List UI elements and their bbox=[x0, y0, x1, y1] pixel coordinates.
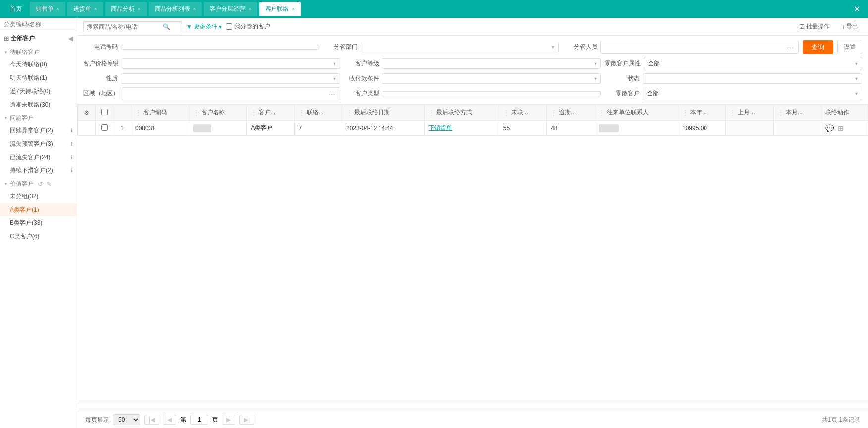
sidebar-collapse-arrow[interactable]: ◀ bbox=[68, 35, 73, 42]
row-last-contact-method[interactable]: 下销货单 bbox=[424, 121, 499, 136]
customer-grade-label: 客户等级 bbox=[344, 59, 379, 68]
col-header-last-contact-method[interactable]: ⋮最后联络方式 bbox=[424, 105, 499, 121]
row-actions-cell: 💬 ⊞ bbox=[821, 121, 868, 136]
retail-customer-select[interactable]: 全部▾ bbox=[643, 87, 862, 100]
sidebar-item-declining[interactable]: 持续下滑客户(2) ℹ bbox=[0, 164, 77, 177]
sales-tab-label: 销售单 bbox=[36, 5, 54, 13]
sidebar-item-tomorrow[interactable]: 明天待联络(1) bbox=[0, 71, 77, 85]
grid-action-icon[interactable]: ⊞ bbox=[838, 124, 844, 132]
col-header-name[interactable]: ⋮客户名称 bbox=[189, 105, 247, 121]
retail-attr-label: 零散客户属性 bbox=[605, 59, 641, 68]
nav-tab-analysis-list[interactable]: 商品分析列表 × bbox=[149, 2, 202, 16]
expand-triangle: ▼ bbox=[4, 50, 8, 54]
page-size-select[interactable]: 50 100 200 bbox=[113, 414, 140, 425]
customer-tier-tab-close[interactable]: × bbox=[248, 6, 251, 12]
settings-button[interactable]: 设置 bbox=[837, 40, 862, 54]
more-filters-button[interactable]: ▼ 更多条件 ▾ bbox=[186, 22, 222, 31]
page-number-input[interactable] bbox=[190, 415, 208, 425]
col-header-settings[interactable]: ⚙ bbox=[78, 105, 96, 121]
customer-type-input[interactable] bbox=[382, 91, 601, 96]
col-header-code[interactable]: ⋮客户编码 bbox=[131, 105, 189, 121]
sidebar-group-pending: ▼ 待联络客户 bbox=[0, 46, 77, 58]
col-header-overdue[interactable]: ⋮逾期... bbox=[547, 105, 595, 121]
col-header-this-year[interactable]: ⋮本年... bbox=[678, 105, 726, 121]
manager-input[interactable]: ··· bbox=[600, 41, 799, 54]
prev-page-button[interactable]: ◀ bbox=[163, 415, 176, 425]
purchase-tab-label: 进货单 bbox=[73, 5, 91, 13]
col-header-last-contact-date[interactable]: ⋮最后联络日期 bbox=[342, 105, 425, 121]
purchase-tab-close[interactable]: × bbox=[94, 6, 97, 12]
filter-search-input[interactable] bbox=[87, 23, 161, 30]
status-select[interactable]: ▾ bbox=[643, 73, 862, 84]
sidebar-item-class-a[interactable]: A类客户(1) bbox=[0, 203, 77, 216]
h-scrollbar[interactable] bbox=[77, 403, 868, 411]
customer-contact-tab-close[interactable]: × bbox=[292, 6, 295, 12]
nav-home-tab[interactable]: 首页 bbox=[4, 2, 28, 16]
last-page-button[interactable]: ▶| bbox=[239, 415, 254, 425]
first-page-button[interactable]: |◀ bbox=[144, 415, 159, 425]
page-word: 第 bbox=[180, 416, 186, 424]
refresh-icon[interactable]: ↺ bbox=[38, 181, 43, 188]
region-label: 区域（地区） bbox=[83, 89, 119, 98]
sidebar-item-churn-warning[interactable]: 流失预警客户(3) ℹ bbox=[0, 137, 77, 151]
pending-group-label: 待联络客户 bbox=[10, 48, 40, 56]
sidebar-item-today[interactable]: 今天待联络(0) bbox=[0, 58, 77, 71]
col-header-uncontacted[interactable]: ⋮未联... bbox=[499, 105, 546, 121]
nature-select[interactable]: ▾ bbox=[121, 73, 340, 84]
phone-input[interactable] bbox=[121, 45, 319, 50]
nav-tab-purchase[interactable]: 进货单 × bbox=[67, 2, 103, 16]
edit-icon[interactable]: ✎ bbox=[47, 181, 52, 188]
col-header-type[interactable]: ⋮客户... bbox=[247, 105, 294, 121]
nav-tab-customer-contact[interactable]: 客户联络 × bbox=[259, 2, 301, 16]
select-all-checkbox[interactable] bbox=[101, 109, 108, 115]
sidebar-item-7days[interactable]: 近7天待联络(0) bbox=[0, 85, 77, 98]
sidebar-group-problem: ▼ 问题客户 bbox=[0, 111, 77, 124]
sidebar-item-ungroup[interactable]: 未分组(32) bbox=[0, 190, 77, 203]
sidebar-item-churned[interactable]: 已流失客户(24) ℹ bbox=[0, 151, 77, 164]
last-contact-link[interactable]: 下销货单 bbox=[429, 124, 452, 131]
my-customers-check[interactable] bbox=[226, 23, 232, 30]
top-nav: 首页 销售单 × 进货单 × 商品分析 × 商品分析列表 × 客户分层经营 × … bbox=[0, 0, 868, 18]
batch-op-button[interactable]: ☑ 批量操作 bbox=[795, 21, 834, 32]
dept-select[interactable]: ▾ bbox=[361, 42, 559, 52]
row-checkbox[interactable] bbox=[101, 124, 108, 131]
advanced-filter: 电话号码 分管部门 ▾ 分管人员 ··· 查询 设置 bbox=[77, 36, 868, 105]
sidebar-item-overdue[interactable]: 逾期未联络(30) bbox=[0, 98, 77, 111]
region-input[interactable]: ··· bbox=[122, 87, 340, 100]
home-label: 首页 bbox=[10, 5, 22, 13]
filter-toolbar: 🔍 ▼ 更多条件 ▾ 我分管的客户 ☑ 批量操作 ↓ 导出 bbox=[77, 18, 868, 36]
next-page-button[interactable]: ▶ bbox=[222, 415, 235, 425]
sidebar-all-customers[interactable]: ⊞ 全部客户 ◀ bbox=[0, 31, 77, 46]
nav-tab-analysis[interactable]: 商品分析 × bbox=[105, 2, 147, 16]
customer-grade-select[interactable]: ▾ bbox=[382, 58, 601, 69]
col-header-last-month[interactable]: ⋮上月... bbox=[726, 105, 773, 121]
nav-tab-customer-tier[interactable]: 客户分层经营 × bbox=[204, 2, 257, 16]
analysis-list-tab-close[interactable]: × bbox=[193, 6, 196, 12]
sidebar-item-class-c[interactable]: C类客户(6) bbox=[0, 230, 77, 243]
col-header-contact[interactable]: ⋮联络... bbox=[294, 105, 342, 121]
col-header-checkbox[interactable] bbox=[96, 105, 113, 121]
sidebar-item-class-b[interactable]: B类客户(33) bbox=[0, 216, 77, 230]
col-header-this-month[interactable]: ⋮本月... bbox=[773, 105, 821, 121]
analysis-tab-close[interactable]: × bbox=[138, 6, 141, 12]
sidebar-search-input[interactable] bbox=[4, 21, 77, 28]
col-header-contact-person[interactable]: ⋮往来单位联系人 bbox=[595, 105, 678, 121]
retail-attr-select[interactable]: 全部▾ bbox=[644, 57, 862, 70]
price-grade-select[interactable]: ▾ bbox=[122, 58, 340, 69]
customer-grade-field: 客户等级 ▾ bbox=[344, 58, 601, 69]
sales-tab-close[interactable]: × bbox=[56, 6, 59, 12]
table-settings-icon[interactable]: ⚙ bbox=[84, 109, 89, 116]
sidebar-item-repurchase-abnormal[interactable]: 回购异常客户(2) ℹ bbox=[0, 124, 77, 137]
payment-select[interactable]: ▾ bbox=[382, 73, 601, 84]
my-customers-checkbox[interactable]: 我分管的客户 bbox=[226, 22, 270, 31]
analysis-tab-label: 商品分析 bbox=[111, 5, 135, 13]
retail-customer-field: 零散客户 全部▾ bbox=[605, 87, 862, 100]
nature-field: 性质 ▾ bbox=[83, 73, 340, 84]
chat-icon[interactable]: 💬 bbox=[825, 124, 834, 132]
row-overdue: 48 bbox=[547, 121, 595, 136]
row-checkbox-cell[interactable] bbox=[96, 121, 113, 136]
nav-tab-sales[interactable]: 销售单 × bbox=[30, 2, 65, 16]
query-button[interactable]: 查询 bbox=[803, 40, 833, 54]
export-button[interactable]: ↓ 导出 bbox=[838, 21, 862, 32]
window-close-button[interactable]: ✕ bbox=[850, 4, 864, 14]
